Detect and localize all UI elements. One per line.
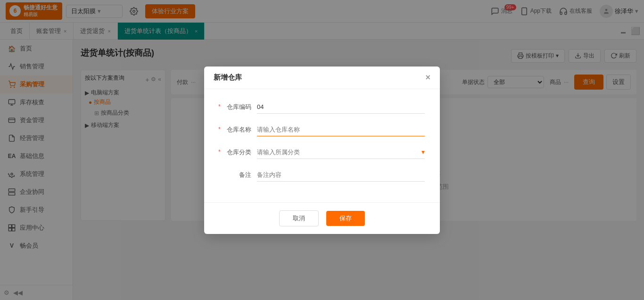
warehouse-category-row: 仓库分类 ▾ (219, 146, 425, 159)
category-dropdown-icon: ▾ (421, 148, 425, 156)
modal-close-button[interactable]: × (425, 73, 430, 82)
warehouse-code-label: 仓库编码 (219, 103, 257, 111)
add-warehouse-modal: 新增仓库 × 仓库编码 仓库名称 仓库分类 ▾ (204, 67, 440, 234)
notes-input[interactable] (257, 168, 425, 182)
save-button[interactable]: 保存 (326, 211, 365, 226)
modal-body: 仓库编码 仓库名称 仓库分类 ▾ 备注 (204, 89, 440, 202)
warehouse-name-input[interactable] (257, 123, 425, 136)
warehouse-code-row: 仓库编码 (219, 100, 425, 114)
notes-row: 备注 (219, 168, 425, 182)
warehouse-category-input[interactable] (257, 146, 421, 158)
notes-label: 备注 (219, 171, 257, 179)
cancel-button[interactable]: 取消 (279, 210, 319, 226)
modal-header: 新增仓库 × (204, 67, 440, 89)
warehouse-category-select[interactable]: ▾ (257, 146, 425, 159)
warehouse-code-input[interactable] (257, 100, 425, 114)
modal-title: 新增仓库 (214, 73, 242, 82)
modal-overlay: 新增仓库 × 仓库编码 仓库名称 仓库分类 ▾ (0, 0, 644, 300)
modal-footer: 取消 保存 (204, 202, 440, 234)
warehouse-category-label: 仓库分类 (219, 148, 257, 157)
warehouse-name-row: 仓库名称 (219, 123, 425, 136)
warehouse-name-label: 仓库名称 (219, 125, 257, 134)
